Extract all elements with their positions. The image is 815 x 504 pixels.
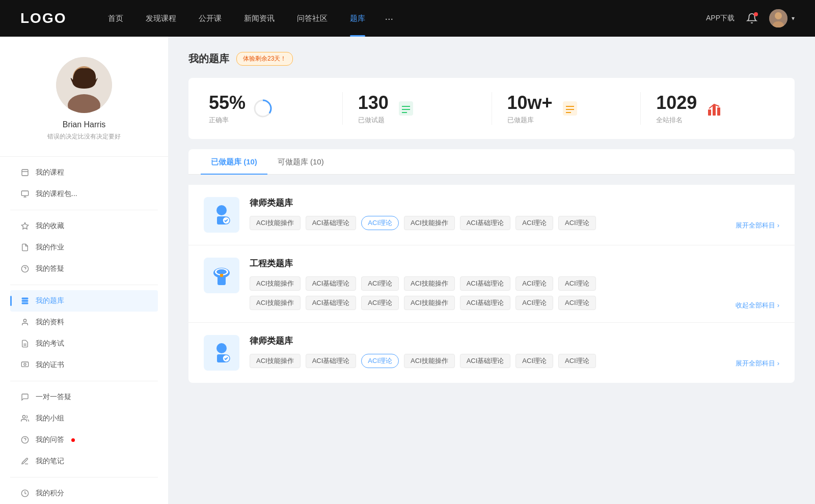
sidebar-item-coursepackage-label: 我的课程包... (36, 189, 77, 199)
tag-active[interactable]: ACI理论 (361, 216, 399, 230)
sidebar-item-points[interactable]: 我的积分 (10, 483, 158, 504)
sidebar-item-coursepackage[interactable]: 我的课程包... (10, 183, 158, 205)
homework-icon (20, 243, 30, 252)
divider2 (10, 210, 158, 210)
tag[interactable]: ACI基础理论 (460, 216, 511, 230)
nav-more[interactable]: ··· (376, 0, 401, 37)
tag[interactable]: ACI理论 (558, 216, 596, 230)
tag[interactable]: ACI理论 (361, 276, 399, 291)
stat-rank-label: 全站排名 (656, 116, 697, 125)
sidebar-item-qbank[interactable]: 我的题库 (10, 290, 158, 312)
tag[interactable]: ACI理论 (558, 276, 596, 291)
nav-discover[interactable]: 发现课程 (134, 0, 187, 37)
sidebar-item-mycourse-label: 我的课程 (36, 168, 64, 177)
notification-bell[interactable] (745, 11, 759, 25)
svg-point-17 (23, 319, 26, 322)
qbank-header: 工程类题库 ACI技能操作 ACI基础理论 ACI理论 ACI技能操作 ACI基… (204, 258, 779, 310)
svg-point-47 (216, 343, 227, 353)
expand-button-lawyer1[interactable]: 展开全部科目 › (736, 221, 779, 230)
sidebar-item-group-label: 我的小组 (36, 414, 64, 423)
svg-rect-16 (22, 302, 28, 304)
qbank-header: 律师类题库 ACI技能操作 ACI基础理论 ACI理论 ACI技能操作 ACI基… (204, 197, 779, 233)
svg-rect-46 (220, 274, 223, 277)
tag[interactable]: ACI基础理论 (306, 276, 357, 291)
star-icon (20, 221, 30, 231)
sidebar-item-group[interactable]: 我的小组 (10, 408, 158, 429)
accuracy-icon (253, 98, 273, 119)
stat-done-banks: 10w+ 已做题库 (507, 92, 641, 125)
sidebar-item-homework-label: 我的作业 (36, 243, 64, 252)
svg-point-39 (216, 205, 227, 215)
sidebar-item-questions[interactable]: 我的问答 (10, 429, 158, 451)
chat-icon (20, 393, 30, 402)
tag[interactable]: ACI理论 (515, 216, 553, 230)
sidebar-item-1on1qa[interactable]: 一对一答疑 (10, 386, 158, 408)
tag[interactable]: ACI技能操作 (404, 216, 455, 230)
tag[interactable]: ACI理论 (558, 296, 596, 310)
tag[interactable]: ACI理论 (515, 276, 553, 291)
tag[interactable]: ACI理论 (515, 296, 553, 310)
notification-dot (754, 12, 758, 16)
tag[interactable]: ACI技能操作 (250, 296, 301, 310)
tag[interactable]: ACI理论 (558, 354, 596, 368)
tag[interactable]: ACI基础理论 (460, 354, 511, 368)
tag[interactable]: ACI技能操作 (404, 296, 455, 310)
page-header: 我的题库 体验剩余23天！ (188, 52, 795, 66)
svg-rect-28 (399, 101, 413, 116)
tag[interactable]: ACI基础理论 (306, 296, 357, 310)
tag-active[interactable]: ACI理论 (361, 354, 399, 368)
tag[interactable]: ACI基础理论 (306, 354, 357, 368)
qbank-name-lawyer2: 律师类题库 (250, 335, 779, 347)
sidebar-item-points-label: 我的积分 (36, 489, 64, 498)
tag[interactable]: ACI基础理论 (306, 216, 357, 230)
sidebar-item-exam-label: 我的考试 (36, 339, 64, 348)
header: LOGO 首页 发现课程 公开课 新闻资讯 问答社区 题库 ··· APP下载 (0, 0, 815, 37)
nav-qa[interactable]: 问答社区 (286, 0, 339, 37)
sidebar-item-mycourse[interactable]: 我的课程 (10, 162, 158, 183)
tag[interactable]: ACI技能操作 (250, 216, 301, 230)
sidebar-item-notes[interactable]: 我的笔记 (10, 451, 158, 472)
sidebar-item-exam[interactable]: 我的考试 (10, 333, 158, 354)
tabs: 已做题库 (10) 可做题库 (10) (188, 149, 795, 175)
svg-marker-11 (21, 222, 28, 229)
sidebar-item-certificate[interactable]: 我的证书 (10, 354, 158, 376)
tag[interactable]: ACI技能操作 (404, 354, 455, 368)
qa-icon (20, 264, 30, 273)
stat-done-banks-label: 已做题库 (507, 116, 553, 125)
collapse-button-engineer[interactable]: 收起全部科目 › (736, 301, 779, 310)
tag[interactable]: ACI理论 (515, 354, 553, 368)
nav-opencourse[interactable]: 公开课 (187, 0, 233, 37)
qbank-header: 律师类题库 ACI技能操作 ACI基础理论 ACI理论 ACI技能操作 ACI基… (204, 335, 779, 371)
nav-news[interactable]: 新闻资讯 (233, 0, 286, 37)
divider (0, 156, 168, 157)
svg-point-44 (216, 269, 227, 274)
tabs-container: 已做题库 (10) 可做题库 (10) (188, 149, 795, 383)
sidebar-item-profile[interactable]: 我的资料 (10, 312, 158, 333)
coursepackage-icon (20, 189, 30, 199)
app-download-button[interactable]: APP下载 (706, 14, 735, 23)
qbank-item-engineer: 工程类题库 ACI技能操作 ACI基础理论 ACI理论 ACI技能操作 ACI基… (188, 245, 795, 323)
points-icon (20, 489, 30, 498)
tag[interactable]: ACI技能操作 (250, 354, 301, 368)
sidebar-item-profile-label: 我的资料 (36, 318, 64, 327)
svg-rect-15 (22, 300, 28, 302)
tag[interactable]: ACI理论 (361, 296, 399, 310)
sidebar-item-1on1qa-label: 一对一答疑 (36, 393, 71, 402)
group-icon (20, 414, 30, 423)
tag[interactable]: ACI基础理论 (460, 296, 511, 310)
tag[interactable]: ACI基础理论 (460, 276, 511, 291)
expand-button-lawyer2[interactable]: 展开全部科目 › (736, 359, 779, 368)
sidebar-item-favorites[interactable]: 我的收藏 (10, 215, 158, 237)
tag[interactable]: ACI技能操作 (404, 276, 455, 291)
user-avatar-menu[interactable]: ▾ (769, 9, 795, 27)
tab-done-banks[interactable]: 已做题库 (10) (201, 149, 267, 174)
sidebar-item-myqa[interactable]: 我的答疑 (10, 258, 158, 279)
nav-qbank[interactable]: 题库 (339, 0, 376, 37)
sidebar-item-certificate-label: 我的证书 (36, 360, 64, 370)
tab-available-banks[interactable]: 可做题库 (10) (267, 149, 334, 174)
nav-home[interactable]: 首页 (97, 0, 134, 37)
profile-avatar (56, 57, 112, 113)
tag[interactable]: ACI技能操作 (250, 276, 301, 291)
avatar (769, 9, 787, 27)
sidebar-item-homework[interactable]: 我的作业 (10, 237, 158, 258)
